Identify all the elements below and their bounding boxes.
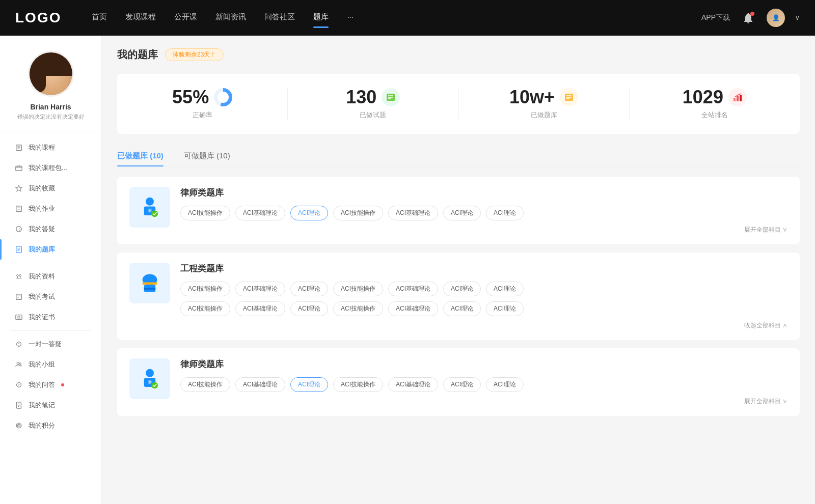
lawyer-icon-1 (129, 187, 170, 228)
tag-l1-2[interactable]: ACI基础理论 (235, 206, 285, 220)
expand-link-lawyer-1[interactable]: 展开全部科目 ∨ (180, 226, 787, 234)
stat-questions-label: 已做试题 (360, 110, 386, 120)
menu-homework[interactable]: 我的作业 (0, 199, 101, 219)
svg-rect-52 (740, 95, 742, 101)
tag-l2-1[interactable]: ACI技能操作 (180, 377, 230, 392)
svg-point-53 (146, 198, 154, 206)
nav-home[interactable]: 首页 (92, 12, 107, 24)
user-avatar-nav[interactable]: 👤 (767, 9, 785, 27)
tag-e-2-1[interactable]: ACI技能操作 (180, 301, 230, 316)
menu-one-on-one-label: 一对一答疑 (29, 340, 62, 349)
questions-done-icon (382, 88, 400, 106)
tag-e-2-2[interactable]: ACI基础理论 (235, 301, 285, 316)
nav-open-course[interactable]: 公开课 (174, 12, 197, 24)
nav-more[interactable]: ··· (347, 12, 354, 24)
nav-menu: 首页 发现课程 公开课 新闻资讯 问答社区 题库 ··· (92, 12, 701, 24)
tag-e-1-3[interactable]: ACI理论 (290, 282, 328, 296)
svg-point-64 (151, 382, 158, 388)
logo[interactable]: LOGO (15, 10, 61, 26)
menu-my-points[interactable]: 我的积分 (0, 415, 101, 436)
user-dropdown-arrow[interactable]: ∨ (795, 14, 800, 21)
menu-favorites[interactable]: 我的收藏 (0, 178, 101, 199)
tag-l2-4[interactable]: ACI技能操作 (333, 377, 383, 392)
tag-l2-3[interactable]: ACI理论 (290, 377, 328, 392)
tags-row-lawyer-1: ACI技能操作 ACI基础理论 ACI理论 ACI技能操作 ACI基础理论 AC… (180, 206, 787, 220)
nav-qa[interactable]: 问答社区 (264, 12, 295, 24)
data-icon (14, 273, 23, 280)
expand-link-lawyer-2[interactable]: 展开全部科目 ∨ (180, 397, 787, 406)
tag-e-2-5[interactable]: ACI基础理论 (388, 301, 438, 316)
tag-l1-7[interactable]: ACI理论 (486, 206, 524, 220)
menu-my-questions[interactable]: ? 我的问答 (0, 375, 101, 395)
menu-my-courses[interactable]: 我的课程 (0, 137, 101, 158)
tag-e-1-6[interactable]: ACI理论 (443, 282, 481, 296)
donut-hole (218, 92, 229, 103)
stat-banks-label: 已做题库 (531, 110, 557, 120)
avatar-image: 👤 (767, 9, 785, 27)
menu-my-data[interactable]: 我的资料 (0, 266, 101, 287)
tag-e-1-4[interactable]: ACI技能操作 (333, 282, 383, 296)
tag-l1-5[interactable]: ACI基础理论 (388, 206, 438, 220)
notification-bell[interactable] (740, 10, 756, 26)
menu-my-group[interactable]: 我的小组 (0, 354, 101, 375)
main-layout: Brian Harris 错误的决定比没有决定要好 我的课程 我的课程包... (0, 36, 815, 504)
donut-chart (214, 88, 232, 106)
stat-accuracy: 55% 正确率 (117, 88, 288, 120)
tag-l2-2[interactable]: ACI基础理论 (235, 377, 285, 392)
nav-news[interactable]: 新闻资讯 (215, 12, 246, 24)
banks-done-icon (560, 88, 578, 106)
tab-available[interactable]: 可做题库 (10) (184, 146, 230, 166)
tag-e-2-4[interactable]: ACI技能操作 (333, 301, 383, 316)
tag-l1-1[interactable]: ACI技能操作 (180, 206, 230, 220)
menu-divider-2 (10, 330, 91, 331)
tag-l1-3[interactable]: ACI理论 (290, 206, 328, 220)
homework-icon (14, 205, 23, 212)
svg-rect-9 (16, 206, 22, 212)
trial-badge: 体验剩余23天！ (165, 48, 224, 61)
app-download-button[interactable]: APP下载 (701, 13, 730, 22)
exam-icon (14, 293, 23, 300)
menu-favorites-label: 我的收藏 (29, 184, 55, 193)
tag-e-2-6[interactable]: ACI理论 (443, 301, 481, 316)
menu-qa-label: 我的答疑 (29, 225, 55, 234)
tag-e-1-5[interactable]: ACI基础理论 (388, 282, 438, 296)
menu-my-notes[interactable]: 我的笔记 (0, 395, 101, 415)
menu-homework-label: 我的作业 (29, 204, 55, 213)
menu-qa-answer[interactable]: ? 我的答疑 (0, 219, 101, 239)
one-on-one-icon (14, 341, 23, 348)
menu-my-exam[interactable]: 我的考试 (0, 287, 101, 307)
tag-e-2-7[interactable]: ACI理论 (486, 301, 524, 316)
nav-discover[interactable]: 发现课程 (125, 12, 156, 24)
tag-e-1-2[interactable]: ACI基础理论 (235, 282, 285, 296)
menu-course-package[interactable]: 我的课程包... (0, 158, 101, 178)
tab-done[interactable]: 已做题库 (10) (117, 146, 164, 166)
svg-point-30 (18, 345, 19, 346)
category-name-engineer: 工程类题库 (180, 263, 787, 274)
menu-course-package-label: 我的课程包... (29, 163, 67, 173)
tag-l1-6[interactable]: ACI理论 (443, 206, 481, 220)
tag-l2-6[interactable]: ACI理论 (443, 377, 481, 392)
tag-l1-4[interactable]: ACI技能操作 (333, 206, 383, 220)
group-icon (14, 361, 23, 368)
profile-avatar[interactable] (28, 51, 74, 97)
nav-question-bank[interactable]: 题库 (313, 12, 329, 24)
collapse-link-engineer[interactable]: 收起全部科目 ∧ (180, 321, 787, 330)
svg-point-56 (151, 210, 158, 217)
star-icon (14, 185, 23, 192)
tags-row-engineer-2: ACI技能操作 ACI基础理论 ACI理论 ACI技能操作 ACI基础理论 AC… (180, 301, 787, 316)
sidebar: Brian Harris 错误的决定比没有决定要好 我的课程 我的课程包... (0, 36, 102, 504)
avatar-hair-side (28, 72, 46, 93)
tag-l2-5[interactable]: ACI基础理论 (388, 377, 438, 392)
main-content: 我的题库 体验剩余23天！ 55% 正确率 130 (102, 36, 815, 504)
tag-e-1-1[interactable]: ACI技能操作 (180, 282, 230, 296)
category-card-engineer: 工程类题库 ACI技能操作 ACI基础理论 ACI理论 ACI技能操作 ACI基… (117, 253, 800, 340)
category-body-engineer: 工程类题库 ACI技能操作 ACI基础理论 ACI理论 ACI技能操作 ACI基… (180, 263, 787, 330)
menu-question-bank[interactable]: 我的题库 (0, 239, 101, 260)
tag-e-1-7[interactable]: ACI理论 (486, 282, 524, 296)
tags-row-lawyer-2: ACI技能操作 ACI基础理论 ACI理论 ACI技能操作 ACI基础理论 AC… (180, 377, 787, 392)
tag-l2-7[interactable]: ACI理论 (486, 377, 524, 392)
menu-one-on-one[interactable]: 一对一答疑 (0, 334, 101, 354)
tag-e-2-3[interactable]: ACI理论 (290, 301, 328, 316)
stat-questions-number: 130 (346, 88, 376, 106)
menu-my-certificate[interactable]: 我的证书 (0, 307, 101, 327)
